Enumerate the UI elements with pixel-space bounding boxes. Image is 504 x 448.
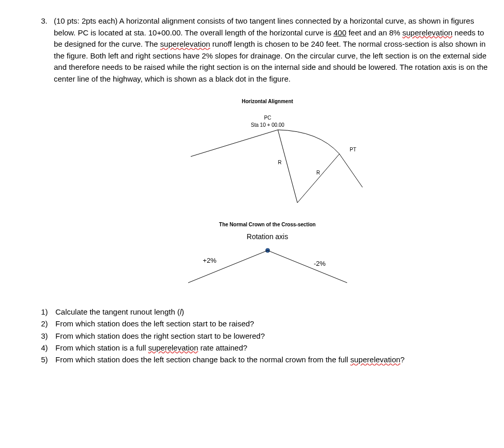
tangent-line-right: [339, 154, 362, 187]
sub-q2: 2) From which station does the left sect…: [41, 318, 494, 329]
sub-text: From which station does the right sectio…: [55, 330, 494, 342]
problem-number: 3.: [41, 15, 54, 85]
pts-label: (10 pts: 2pts each): [54, 16, 117, 25]
superelevation-word: superelevation: [160, 40, 210, 48]
sub-num: 2): [41, 318, 55, 329]
pt-label: PT: [350, 147, 356, 152]
figure1-title: Horizontal Alignment: [41, 98, 494, 105]
left-slope-label: +2%: [203, 257, 216, 264]
superelevation-word: superelevation: [402, 28, 453, 37]
problem-text: (10 pts: 2pts each) A horizontal alignme…: [54, 15, 494, 85]
radius-line-2: [297, 154, 339, 203]
sub-q1: 1) Calculate the tangent runout length (…: [41, 306, 494, 318]
sub-text: From which station does the left section…: [55, 354, 494, 365]
sub-q3: 3) From which station does the right sec…: [41, 330, 494, 342]
sub-text: From which station does the left section…: [55, 318, 494, 329]
r-label-2: R: [316, 170, 320, 176]
sub-questions: 1) Calculate the tangent runout length (…: [41, 306, 494, 365]
sub-q4: 4) From which station is a full superele…: [41, 342, 494, 354]
curve-length: 400: [333, 28, 346, 37]
left-slope-line: [188, 250, 268, 283]
r-label-1: R: [278, 160, 281, 165]
rotation-axis-label: Rotation axis: [41, 231, 494, 242]
right-slope-label: -2%: [314, 260, 326, 267]
problem-block: 3. (10 pts: 2pts each) A horizontal alig…: [41, 15, 494, 85]
text-p2: feet and an 8%: [347, 28, 402, 37]
alignment-diagram: PC Sta 10 + 00.00 PT R R: [160, 110, 375, 208]
sub-num: 1): [41, 306, 55, 318]
radius-line-1: [278, 130, 297, 203]
tangent-line-left: [191, 130, 278, 157]
pc-label: PC: [264, 115, 271, 121]
right-slope-line: [268, 250, 347, 283]
figure-horizontal-alignment: Horizontal Alignment PC Sta 10 + 00.00 P…: [41, 98, 494, 290]
sub-num: 5): [41, 354, 55, 365]
curve-arc: [278, 130, 339, 154]
figure2-title: The Normal Crown of the Cross-section: [41, 221, 494, 228]
sub-num: 3): [41, 330, 55, 342]
sub-num: 4): [41, 342, 55, 354]
pc-sta-label: Sta 10 + 00.00: [251, 122, 285, 128]
sub-q5: 5) From which station does the left sect…: [41, 354, 494, 365]
sub-text: From which station is a full superelevat…: [55, 342, 494, 354]
sub-text: Calculate the tangent runout length (l): [55, 306, 494, 318]
cross-section-diagram: +2% -2%: [160, 244, 375, 290]
